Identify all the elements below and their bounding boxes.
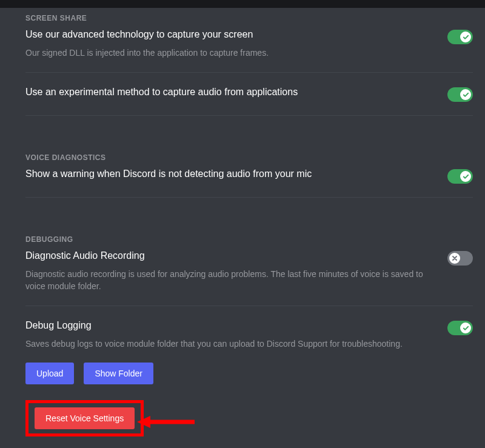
settings-content: SCREEN SHARE Use our advanced technology…	[0, 8, 485, 448]
experimental-audio-setting: Use an experimental method to capture au…	[25, 86, 473, 102]
voice-diagnostics-header: VOICE DIAGNOSTICS	[25, 153, 473, 162]
mic-warning-setting: Show a warning when Discord is not detec…	[25, 168, 473, 184]
debug-logging-desc: Saves debug logs to voice module folder …	[25, 338, 438, 350]
highlight-annotation: Reset Voice Settings	[25, 400, 144, 436]
advanced-capture-setting: Use our advanced technology to capture y…	[25, 28, 473, 59]
diagnostic-recording-title: Diagnostic Audio Recording	[25, 250, 438, 262]
debug-logging-setting: Debug Logging Saves debug logs to voice …	[25, 319, 473, 350]
debug-logging-title: Debug Logging	[25, 319, 438, 332]
advanced-capture-title: Use our advanced technology to capture y…	[25, 28, 269, 41]
screen-share-header: SCREEN SHARE	[25, 14, 473, 22]
check-icon	[460, 171, 471, 182]
advanced-capture-desc: Our signed DLL is injected into the appl…	[25, 47, 269, 59]
diagnostic-recording-desc: Diagnostic audio recording is used for a…	[25, 269, 438, 292]
divider	[25, 115, 473, 116]
window-topbar	[0, 0, 485, 8]
mic-warning-title: Show a warning when Discord is not detec…	[25, 168, 312, 181]
advanced-capture-toggle[interactable]	[447, 30, 473, 44]
debugging-header: DEBUGGING	[25, 235, 473, 244]
experimental-audio-toggle[interactable]	[447, 87, 473, 102]
divider	[25, 197, 473, 198]
check-icon	[460, 32, 471, 42]
diagnostic-recording-setting: Diagnostic Audio Recording Diagnostic au…	[25, 250, 473, 292]
debug-logging-toggle[interactable]	[447, 321, 473, 335]
check-icon	[460, 89, 471, 100]
show-folder-button[interactable]: Show Folder	[84, 363, 153, 384]
divider	[25, 72, 473, 73]
check-icon	[460, 323, 471, 333]
x-icon	[449, 253, 460, 264]
mic-warning-toggle[interactable]	[447, 169, 473, 184]
divider	[25, 306, 473, 306]
experimental-audio-title: Use an experimental method to capture au…	[25, 86, 298, 99]
reset-voice-settings-button[interactable]: Reset Voice Settings	[35, 407, 135, 429]
diagnostic-recording-toggle[interactable]	[447, 251, 473, 266]
upload-button[interactable]: Upload	[25, 363, 74, 384]
debug-buttons: Upload Show Folder	[25, 363, 473, 384]
